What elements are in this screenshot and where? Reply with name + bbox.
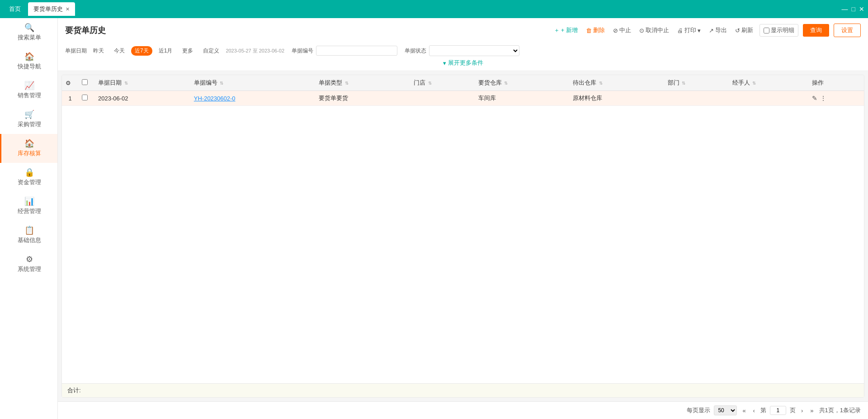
expand-more-label: 展开更多条件 — [448, 59, 483, 67]
basic-info-icon: 📋 — [24, 226, 34, 234]
system-icon: ⚙ — [26, 255, 33, 263]
col-date: 单据日期 ⇅ — [94, 75, 190, 91]
cell-req-warehouse: 车间库 — [475, 91, 570, 106]
query-button[interactable]: 查询 — [803, 24, 829, 37]
date-label: 单据日期 — [65, 47, 87, 55]
filter-row-2: ▾ 展开更多条件 — [65, 59, 861, 67]
sidebar-item-inventory[interactable]: 🏠 库存核算 — [0, 134, 57, 163]
tab-close-icon[interactable]: ✕ — [66, 6, 70, 12]
display-cell-button[interactable]: 显示明细 — [760, 24, 798, 37]
col-handler: 经手人 ⇅ — [729, 75, 808, 91]
sidebar-item-operation-label: 经营管理 — [18, 207, 41, 215]
col-pending-warehouse-sort-icon: ⇅ — [599, 81, 603, 86]
refresh-button[interactable]: ↺ 刷新 — [733, 26, 755, 34]
sidebar-item-basic-info[interactable]: 📋 基础信息 — [0, 221, 57, 250]
sidebar-item-search-menu-label: 搜索菜单 — [18, 33, 41, 42]
sidebar-item-quick-nav[interactable]: 🏠 快捷导航 — [0, 47, 57, 76]
sidebar-item-inventory-label: 库存核算 — [18, 149, 41, 157]
close-icon[interactable]: ✕ — [859, 5, 864, 13]
col-type: 单据类型 ⇅ — [315, 75, 410, 91]
tab-home[interactable]: 首页 — [4, 2, 26, 16]
export-icon: ↗ — [709, 27, 714, 34]
first-page-btn[interactable]: « — [741, 406, 747, 415]
table-header: ⚙ 单据日期 ⇅ 单据编号 ⇅ 单据类型 — [62, 75, 864, 91]
select-all-checkbox[interactable] — [82, 79, 88, 85]
delete-button[interactable]: 🗑 删除 — [584, 26, 607, 34]
sidebar-item-basic-info-label: 基础信息 — [18, 236, 41, 244]
date-btn-custom[interactable]: 自定义 — [199, 46, 223, 56]
sidebar: 🔍 搜索菜单 🏠 快捷导航 📈 销售管理 🛒 采购管理 🏠 库存核算 🔒 资金管… — [0, 18, 58, 419]
cancel-stop-button[interactable]: ⊙ 取消中止 — [637, 26, 671, 34]
col-dept-sort-icon: ⇅ — [682, 81, 685, 86]
cell-pending-warehouse: 原材料仓库 — [569, 91, 664, 106]
sidebar-item-finance[interactable]: 🔒 资金管理 — [0, 163, 57, 192]
row-checkbox[interactable] — [82, 95, 88, 100]
table-body: 1 2023-06-02 YH-20230602-0 要货单要货 车间库 原材料… — [62, 91, 864, 106]
date-filter-item: 单据日期 昨天 今天 近7天 近1月 更多 自定义 2023-05-27 至 2… — [65, 46, 284, 56]
sidebar-item-sales[interactable]: 📈 销售管理 — [0, 76, 57, 105]
print-icon: 🖨 — [677, 27, 683, 34]
delete-icon: 🗑 — [586, 27, 592, 34]
cancel-stop-icon: ⊙ — [639, 27, 644, 34]
date-btn-today[interactable]: 今天 — [110, 46, 128, 56]
settings-button[interactable]: 设置 — [834, 24, 861, 37]
order-status-select[interactable] — [429, 45, 519, 56]
new-button[interactable]: ＋ + 新增 — [552, 26, 580, 34]
col-settings: ⚙ — [62, 75, 78, 91]
page-size-label: 每页显示 — [687, 406, 710, 414]
print-button[interactable]: 🖨 打印 ▾ — [675, 26, 703, 34]
minimize-icon[interactable]: — — [842, 5, 848, 13]
cell-date: 2023-06-02 — [94, 91, 190, 106]
next-page-btn[interactable]: › — [799, 406, 805, 415]
date-btn-yesterday[interactable]: 昨天 — [90, 46, 108, 56]
prev-page-btn[interactable]: ‹ — [751, 406, 757, 415]
table-footer: 合计: — [62, 383, 864, 397]
order-num-filter-item: 单据编号 — [292, 46, 397, 56]
cell-checkbox — [78, 91, 94, 106]
col-req-warehouse-sort-icon: ⇅ — [504, 81, 508, 86]
order-num-input[interactable] — [316, 46, 397, 56]
expand-more-button[interactable]: ▾ 展开更多条件 — [443, 59, 483, 67]
display-cell-checkbox[interactable] — [764, 28, 769, 33]
col-store: 门店 ⇅ — [410, 75, 475, 91]
sidebar-item-system[interactable]: ⚙ 系统管理 — [0, 250, 57, 279]
stop-button[interactable]: ⊘ 中止 — [611, 26, 633, 34]
export-button[interactable]: ↗ 导出 — [707, 26, 729, 34]
sidebar-item-operation[interactable]: 📊 经营管理 — [0, 192, 57, 221]
col-req-warehouse: 要货仓库 ⇅ — [475, 75, 570, 91]
toolbar: ＋ + 新增 🗑 删除 ⊘ 中止 ⊙ 取消中止 — [552, 24, 861, 37]
cell-store — [410, 91, 475, 106]
operation-icon: 📊 — [24, 197, 34, 205]
date-btn-1month[interactable]: 近1月 — [155, 46, 176, 56]
more-icon[interactable]: ⋮ — [820, 95, 826, 102]
sidebar-item-search-menu[interactable]: 🔍 搜索菜单 — [0, 18, 57, 47]
date-btn-7days[interactable]: 近7天 — [131, 46, 152, 56]
sidebar-item-finance-label: 资金管理 — [18, 178, 41, 186]
page-size-select[interactable]: 50 10 20 100 — [714, 405, 737, 415]
col-store-sort-icon: ⇅ — [428, 81, 432, 86]
order-num-link[interactable]: YH-20230602-0 — [194, 95, 236, 102]
sum-label: 合计: — [67, 387, 81, 394]
filter-area: 单据日期 昨天 今天 近7天 近1月 更多 自定义 2023-05-27 至 2… — [65, 42, 861, 71]
window-controls: — □ ✕ — [842, 5, 864, 13]
edit-icon[interactable]: ✎ — [812, 95, 817, 102]
date-filter-buttons: 昨天 今天 近7天 近1月 更多 自定义 — [90, 46, 223, 56]
table-container: ⚙ 单据日期 ⇅ 单据编号 ⇅ 单据类型 — [61, 75, 864, 398]
maximize-icon[interactable]: □ — [852, 5, 855, 13]
cell-dept — [664, 91, 729, 106]
col-checkbox — [78, 75, 94, 91]
purchase-icon: 🛒 — [24, 110, 34, 119]
pagination-bar: 每页显示 50 10 20 100 « ‹ 第 页 › » 共1页，1条记录 — [58, 401, 868, 419]
new-icon: ＋ — [554, 26, 560, 34]
page-number-input[interactable] — [770, 406, 786, 415]
col-num: 单据编号 ⇅ — [190, 75, 316, 91]
order-num-label: 单据编号 — [292, 47, 313, 55]
table-header-row: ⚙ 单据日期 ⇅ 单据编号 ⇅ 单据类型 — [62, 75, 864, 91]
col-num-sort-icon: ⇅ — [220, 81, 223, 86]
last-page-btn[interactable]: » — [808, 406, 815, 415]
tab-order-history[interactable]: 要货单历史 ✕ — [28, 2, 75, 16]
sidebar-item-purchase[interactable]: 🛒 采购管理 — [0, 105, 57, 134]
cell-num[interactable]: YH-20230602-0 — [190, 91, 316, 106]
date-btn-more[interactable]: 更多 — [179, 46, 197, 56]
stop-icon: ⊘ — [613, 27, 618, 34]
